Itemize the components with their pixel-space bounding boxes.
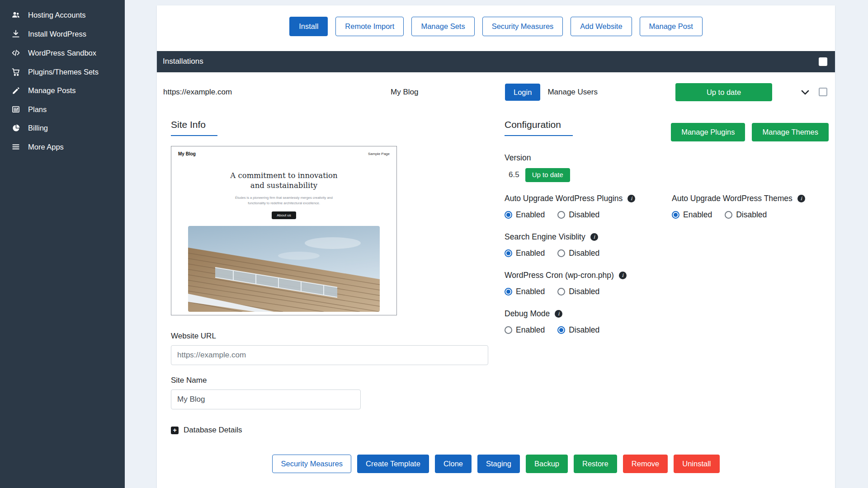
manage-users-link[interactable]: Manage Users: [547, 88, 598, 97]
remove-button[interactable]: Remove: [623, 455, 668, 473]
menu-icon: [10, 142, 21, 151]
website-url-input[interactable]: [171, 345, 488, 365]
chevron-down-icon[interactable]: [800, 87, 811, 98]
radio-icon[interactable]: [557, 211, 565, 219]
option-auto-upgrade-themes: Auto Upgrade WordPress Themes Enabled: [672, 194, 829, 220]
site-info-heading: Site Info: [171, 119, 217, 136]
row-checkbox[interactable]: [819, 88, 827, 96]
manage-post-button[interactable]: Manage Post: [640, 17, 703, 36]
create-template-button[interactable]: Create Template: [357, 455, 429, 473]
database-details-label: Database Details: [184, 426, 242, 435]
website-url-label: Website URL: [171, 332, 505, 341]
code-icon: [10, 48, 21, 57]
database-details-toggle[interactable]: Database Details: [171, 426, 505, 435]
radio-disabled[interactable]: Disabled: [557, 287, 599, 296]
configuration-column: Configuration Manage Plugins Manage Them…: [505, 119, 829, 435]
info-icon[interactable]: [590, 233, 598, 241]
sidebar-item-install-wordpress[interactable]: Install WordPress: [0, 24, 125, 43]
security-measures-button[interactable]: Security Measures: [272, 455, 351, 473]
preview-brand: My Blog: [178, 151, 196, 156]
remote-import-button[interactable]: Remote Import: [335, 17, 404, 36]
detail-section: Site Info My Blog Sample Page A commitme…: [157, 110, 835, 435]
preview-body-text: Études is a pioneering firm that seamles…: [171, 195, 396, 206]
sidebar-item-label: Billing: [28, 124, 48, 132]
manage-themes-button[interactable]: Manage Themes: [752, 123, 829, 141]
site-preview: My Blog Sample Page A commitment to inno…: [171, 146, 397, 315]
backup-button[interactable]: Backup: [526, 455, 568, 473]
radio-icon[interactable]: [505, 249, 512, 257]
radio-enabled[interactable]: Enabled: [505, 325, 545, 335]
sidebar-item-hosting-accounts[interactable]: Hosting Accounts: [0, 5, 125, 24]
radio-icon[interactable]: [505, 288, 512, 296]
pencil-icon: [10, 86, 21, 95]
sidebar-item-manage-posts[interactable]: Manage Posts: [0, 81, 125, 100]
manage-plugins-button[interactable]: Manage Plugins: [671, 123, 745, 141]
sidebar-item-more-apps[interactable]: More Apps: [0, 137, 125, 156]
radio-enabled[interactable]: Enabled: [505, 210, 545, 220]
sidebar: Hosting Accounts Install WordPress WordP…: [0, 0, 125, 488]
option-search-engine-visibility: Search Engine Visiblity Enabled Disabled: [505, 232, 829, 258]
info-icon[interactable]: [797, 195, 805, 202]
up-to-date-status-button[interactable]: Up to date: [675, 83, 772, 102]
login-group: Login Manage Users: [505, 84, 675, 101]
radio-icon[interactable]: [725, 211, 732, 219]
preview-title: A commitment to innovation and sustainab…: [171, 171, 396, 190]
radio-icon[interactable]: [505, 326, 512, 334]
option-label: Search Engine Visiblity: [505, 232, 585, 242]
sidebar-item-label: WordPress Sandbox: [28, 49, 96, 57]
sidebar-item-billing[interactable]: Billing: [0, 119, 125, 137]
preview-photo: [188, 226, 380, 312]
radio-disabled[interactable]: Disabled: [557, 249, 599, 258]
version-label: Version: [505, 153, 829, 163]
radio-icon[interactable]: [557, 249, 565, 257]
info-icon[interactable]: [627, 195, 635, 202]
site-name-input[interactable]: [171, 389, 361, 409]
radio-disabled[interactable]: Disabled: [557, 325, 599, 335]
staging-button[interactable]: Staging: [477, 455, 520, 473]
sidebar-item-label: Plans: [28, 105, 47, 114]
option-label: Debug Mode: [505, 309, 550, 319]
row-controls: [800, 87, 827, 98]
radio-icon[interactable]: [505, 211, 512, 219]
version-row: 6.5 Up to date: [505, 168, 829, 182]
install-tab-button[interactable]: Install: [289, 17, 328, 36]
top-toolbar: Install Remote Import Manage Sets Securi…: [157, 17, 835, 36]
sidebar-item-plugins-themes-sets[interactable]: Plugins/Themes Sets: [0, 62, 125, 81]
sidebar-item-label: Install WordPress: [28, 30, 86, 38]
sidebar-nav: Hosting Accounts Install WordPress WordP…: [0, 5, 125, 156]
radio-icon[interactable]: [557, 326, 565, 334]
version-value: 6.5: [509, 170, 519, 179]
site-name-label: Site Name: [171, 376, 505, 385]
radio-icon[interactable]: [557, 288, 565, 296]
site-info-column: Site Info My Blog Sample Page A commitme…: [171, 119, 505, 435]
preview-nav-link: Sample Page: [368, 152, 390, 156]
login-button[interactable]: Login: [505, 84, 540, 101]
select-all-checkbox[interactable]: [819, 57, 827, 66]
plus-icon: [171, 427, 179, 434]
clone-button[interactable]: Clone: [435, 455, 472, 473]
installation-url: https://example.com: [163, 88, 391, 97]
configuration-heading: Configuration: [505, 119, 573, 136]
radio-enabled[interactable]: Enabled: [672, 210, 712, 220]
configuration-options: Auto Upgrade WordPress Plugins Enabled: [505, 194, 829, 335]
option-debug-mode: Debug Mode Enabled Disabled: [505, 309, 829, 335]
radio-disabled[interactable]: Disabled: [557, 210, 599, 220]
info-icon[interactable]: [555, 310, 562, 318]
installation-actions: Security Measures Create Template Clone …: [157, 455, 835, 473]
sidebar-item-wordpress-sandbox[interactable]: WordPress Sandbox: [0, 43, 125, 62]
radio-icon[interactable]: [672, 211, 679, 219]
uninstall-button[interactable]: Uninstall: [674, 455, 719, 473]
manage-sets-button[interactable]: Manage Sets: [411, 17, 474, 36]
radio-enabled[interactable]: Enabled: [505, 287, 545, 296]
info-icon[interactable]: [619, 272, 627, 279]
sidebar-item-label: Manage Posts: [28, 86, 75, 95]
radio-disabled[interactable]: Disabled: [725, 210, 767, 220]
restore-button[interactable]: Restore: [574, 455, 617, 473]
security-measures-tab-button[interactable]: Security Measures: [482, 17, 563, 36]
sidebar-item-plans[interactable]: Plans: [0, 100, 125, 119]
download-icon: [10, 29, 21, 38]
radio-enabled[interactable]: Enabled: [505, 249, 545, 258]
add-website-button[interactable]: Add Website: [571, 17, 632, 36]
sidebar-item-label: Plugins/Themes Sets: [28, 68, 99, 76]
version-up-to-date-button[interactable]: Up to date: [525, 168, 570, 182]
